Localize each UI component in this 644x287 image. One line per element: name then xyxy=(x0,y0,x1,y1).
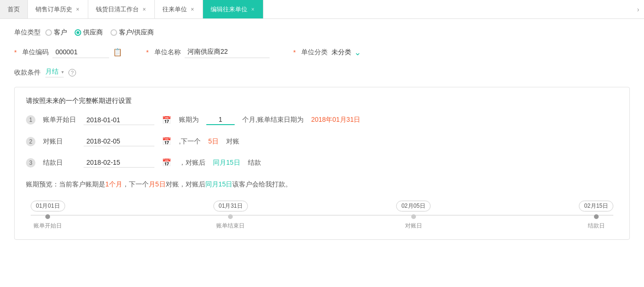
step-1-period-highlight: 2018年01月31日 xyxy=(311,116,360,124)
payment-label: 收款条件 xyxy=(14,68,41,77)
step-2-desc-highlight: 5日 xyxy=(208,137,219,146)
preview-part2-prefix: 下一个 xyxy=(129,180,149,188)
timeline-node-1 xyxy=(45,214,50,219)
unit-type-label: 单位类型 xyxy=(14,28,41,37)
settings-section: 请按照未来的一个完整帐期进行设置 1 账单开始日 📅 账期为 个月,账单结束日期… xyxy=(14,87,630,240)
step-2-label: 对账日 xyxy=(43,137,76,146)
chevron-down-icon: ⌄ xyxy=(354,47,361,58)
section-title: 请按照未来的一个完整帐期进行设置 xyxy=(26,97,618,105)
step-2-desc-prefix: ,下一个 xyxy=(179,137,201,146)
timeline-label-2: 账单结束日 xyxy=(216,222,245,230)
timeline-label-4: 结款日 xyxy=(588,222,605,230)
step-1-period-unit: 个月,账单结束日期为 xyxy=(242,116,304,124)
preview-text: 账期预览：当前客户账期是1个月，下一个月5日对账，对账后同月15日该客户会给我打… xyxy=(26,179,618,189)
radio-customer-circle xyxy=(45,29,52,36)
unit-classify-select[interactable]: 未分类 ⌄ xyxy=(331,47,407,58)
tab-cashflow-close[interactable]: × xyxy=(142,6,147,13)
step-3-desc-highlight: 同月15日 xyxy=(213,159,240,167)
chevron-right-icon: › xyxy=(637,6,639,13)
help-icon[interactable]: ? xyxy=(68,69,76,76)
timeline-badge-2: 01月31日 xyxy=(213,201,248,211)
radio-both-circle xyxy=(110,29,117,36)
timeline-badge-3: 02月05日 xyxy=(396,201,431,211)
unit-classify-label: 单位分类 xyxy=(301,48,328,57)
tab-edit-partner-label: 编辑往来单位 xyxy=(211,5,247,14)
tab-partner-label: 往来单位 xyxy=(162,5,187,14)
unit-classify-required: * xyxy=(293,49,296,56)
unit-code-input[interactable] xyxy=(52,46,109,58)
step-2-date-input[interactable] xyxy=(84,136,154,146)
radio-customer-label: 客户 xyxy=(54,28,67,37)
tab-more-button[interactable]: › xyxy=(632,0,644,18)
step-2-num: 2 xyxy=(26,137,35,146)
timeline-point-3: 02月05日 对账日 xyxy=(396,201,431,230)
timeline-badge-1: 01月01日 xyxy=(31,201,65,211)
step-2-calendar-icon[interactable]: 📅 xyxy=(162,137,171,146)
timeline-point-4: 02月15日 结款日 xyxy=(579,201,613,230)
tab-home-label: 首页 xyxy=(8,5,20,14)
tab-home[interactable]: 首页 xyxy=(0,0,28,18)
step-3-num: 3 xyxy=(26,158,35,168)
unit-name-label: 单位名称 xyxy=(154,48,181,57)
radio-both[interactable]: 客户/供应商 xyxy=(110,28,154,37)
tab-edit-partner[interactable]: 编辑往来单位 × xyxy=(203,0,263,18)
unit-name-group: * 单位名称 xyxy=(146,46,269,58)
unit-code-required: * xyxy=(14,49,17,56)
timeline-node-3 xyxy=(411,214,416,219)
payment-value: 月结 xyxy=(45,68,59,76)
timeline-node-4 xyxy=(594,214,599,219)
step-1-row: 1 账单开始日 📅 账期为 个月,账单结束日期为 2018年01月31日 xyxy=(26,115,618,125)
preview-part1: 1个月 xyxy=(105,180,122,188)
tab-cashflow-label: 钱货日清工作台 xyxy=(96,5,139,14)
unit-code-copy-icon[interactable]: 📋 xyxy=(113,48,122,57)
step-3-desc-suffix: 结款 xyxy=(248,159,261,167)
unit-classify-group: * 单位分类 未分类 ⌄ xyxy=(293,47,407,58)
unit-type-radio-group: 客户 供应商 客户/供应商 xyxy=(45,28,154,37)
unit-classify-value: 未分类 xyxy=(331,48,351,57)
main-content: 单位类型 客户 供应商 客户/供应商 * 单位编码 📋 * 单位名称 xyxy=(0,19,644,287)
step-1-period-label: 账期为 xyxy=(179,116,199,124)
timeline-point-2: 01月31日 账单结束日 xyxy=(213,201,248,230)
step-3-label: 结款日 xyxy=(43,159,76,167)
timeline-dots: 01月01日 账单开始日 01月31日 账单结束日 02月05日 对账日 xyxy=(31,201,613,230)
timeline-label-3: 对账日 xyxy=(405,222,422,230)
unit-code-label: 单位编码 xyxy=(22,48,49,57)
preview-comma1: ， xyxy=(122,180,129,188)
preview-part2-after: 对账，对账后 xyxy=(166,180,205,188)
unit-name-input[interactable] xyxy=(185,46,270,58)
tab-sales-history[interactable]: 销售订单历史 × xyxy=(28,0,88,18)
unit-info-row: * 单位编码 📋 * 单位名称 * 单位分类 未分类 ⌄ xyxy=(14,46,630,58)
tab-cashflow[interactable]: 钱货日清工作台 × xyxy=(88,0,155,18)
payment-select[interactable]: 月结 ▾ xyxy=(45,68,64,77)
tab-partner-close[interactable]: × xyxy=(190,6,195,13)
timeline-label-1: 账单开始日 xyxy=(34,222,62,230)
tab-bar: 首页 销售订单历史 × 钱货日清工作台 × 往来单位 × 编辑往来单位 × › xyxy=(0,0,644,19)
step-2-desc-suffix: 对账 xyxy=(226,137,239,146)
tab-partner[interactable]: 往来单位 × xyxy=(155,0,203,18)
preview-part2: 月5日 xyxy=(149,180,166,188)
radio-supplier[interactable]: 供应商 xyxy=(75,28,103,37)
preview-prefix: 账期预览：当前客户账期是 xyxy=(26,180,105,188)
timeline-badge-4: 02月15日 xyxy=(579,201,613,211)
step-1-calendar-icon[interactable]: 📅 xyxy=(162,116,171,125)
timeline: 01月01日 账单开始日 01月31日 账单结束日 02月05日 对账日 xyxy=(26,201,618,230)
preview-suffix: 该客户会给我打款。 xyxy=(232,180,292,188)
step-1-date-input[interactable] xyxy=(84,115,154,125)
tab-sales-history-label: 销售订单历史 xyxy=(35,5,72,14)
step-2-row: 2 对账日 📅 ,下一个5日对账 xyxy=(26,136,618,146)
preview-part3: 同月15日 xyxy=(205,180,233,188)
timeline-point-1: 01月01日 账单开始日 xyxy=(31,201,65,230)
step-3-date-input[interactable] xyxy=(84,158,154,168)
step-3-row: 3 结款日 📅 ，对账后同月15日结款 xyxy=(26,158,618,168)
radio-both-label: 客户/供应商 xyxy=(119,28,154,37)
radio-supplier-circle xyxy=(75,29,81,36)
tab-edit-partner-close[interactable]: × xyxy=(250,6,255,13)
tab-sales-history-close[interactable]: × xyxy=(75,6,80,13)
step-1-period-input[interactable] xyxy=(206,115,235,125)
step-1-num: 1 xyxy=(26,115,35,125)
payment-row: 收款条件 月结 ▾ ? xyxy=(14,68,630,77)
radio-customer[interactable]: 客户 xyxy=(45,28,67,37)
step-3-calendar-icon[interactable]: 📅 xyxy=(162,158,171,167)
payment-chevron-icon: ▾ xyxy=(61,69,64,75)
radio-supplier-label: 供应商 xyxy=(83,28,103,37)
